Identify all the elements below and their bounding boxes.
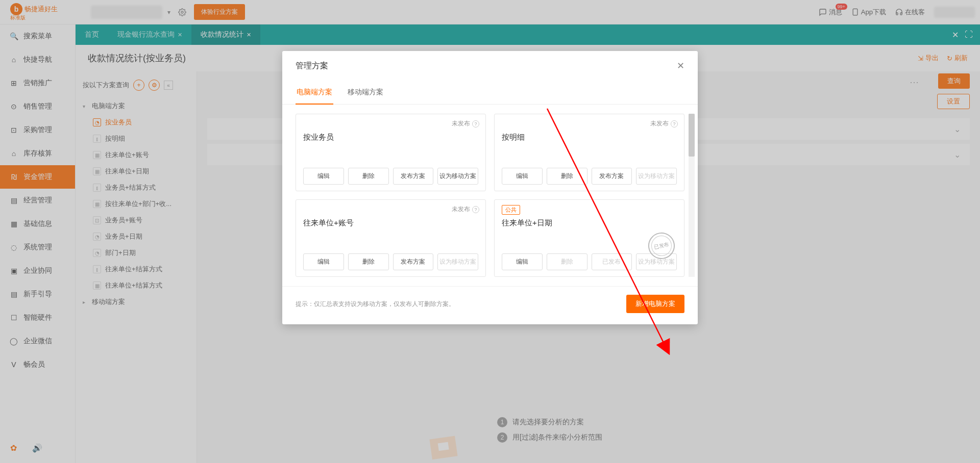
plan-card: 未发布? 按业务员 编辑 删除 发布方案 设为移动方案 (296, 114, 486, 191)
edit-button[interactable]: 编辑 (303, 168, 344, 185)
help-icon[interactable]: ? (671, 120, 678, 127)
modal-title: 管理方案 (296, 61, 328, 71)
delete-button[interactable]: 删除 (348, 168, 389, 185)
card-title: 往来单位+账号 (303, 218, 478, 228)
scrollbar-thumb[interactable] (689, 114, 695, 157)
set-mobile-button[interactable]: 设为移动方案 (437, 168, 478, 185)
modal-tab-pc[interactable]: 电脑端方案 (296, 84, 333, 105)
edit-button[interactable]: 编辑 (502, 253, 543, 270)
help-icon[interactable]: ? (472, 120, 479, 127)
plan-card: 公共 往来单位+日期 已发布 编辑 删除 已发布 设为移动方案 (494, 199, 684, 277)
plan-card: 未发布? 按明细 编辑 删除 发布方案 设为移动方案 (494, 114, 684, 191)
card-status: 未发布? (452, 119, 479, 128)
footer-hint: 提示：仅汇总表支持设为移动方案，仅发布人可删除方案。 (296, 300, 455, 308)
modal-footer: 提示：仅汇总表支持设为移动方案，仅发布人可删除方案。 新增电脑方案 (282, 286, 698, 324)
delete-button[interactable]: 删除 (348, 253, 389, 270)
set-mobile-button: 设为移动方案 (437, 253, 478, 270)
edit-button[interactable]: 编辑 (502, 168, 543, 185)
manage-plan-modal: 管理方案 ✕ 电脑端方案 移动端方案 未发布? 按业务员 编辑 删除 发布方案 … (282, 51, 698, 324)
card-status: 未发布? (650, 119, 678, 128)
plan-card: 未发布? 往来单位+账号 编辑 删除 发布方案 设为移动方案 (296, 199, 486, 277)
card-title: 按业务员 (303, 133, 478, 142)
modal-body: 未发布? 按业务员 编辑 删除 发布方案 设为移动方案 未发布? 按明细 编辑 … (282, 105, 698, 286)
delete-button: 删除 (547, 253, 587, 270)
modal-tabs: 电脑端方案 移动端方案 (282, 81, 698, 105)
public-badge: 公共 (502, 205, 520, 215)
card-title: 按明细 (502, 133, 677, 142)
card-status: 未发布? (452, 205, 479, 214)
modal-close-button[interactable]: ✕ (677, 60, 684, 71)
publish-button[interactable]: 发布方案 (592, 168, 632, 185)
help-icon[interactable]: ? (472, 206, 479, 213)
edit-button[interactable]: 编辑 (303, 253, 344, 270)
card-title: 往来单位+日期 (502, 218, 677, 228)
delete-button[interactable]: 删除 (547, 168, 587, 185)
modal-header: 管理方案 ✕ (282, 51, 698, 81)
publish-button[interactable]: 发布方案 (393, 168, 434, 185)
modal-tab-mobile[interactable]: 移动端方案 (347, 84, 384, 104)
add-pc-plan-button[interactable]: 新增电脑方案 (626, 295, 684, 313)
set-mobile-button: 设为移动方案 (636, 168, 677, 185)
published-button: 已发布 (592, 253, 632, 270)
publish-button[interactable]: 发布方案 (393, 253, 434, 270)
